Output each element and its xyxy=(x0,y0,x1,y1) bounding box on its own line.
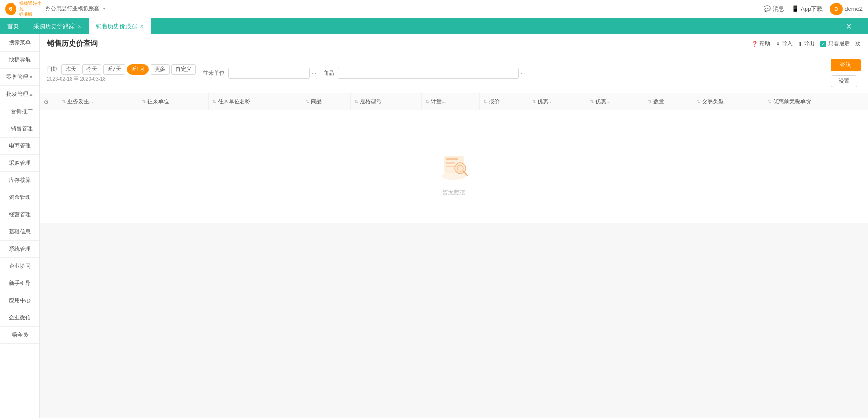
sort-icon-qty: ⇅ xyxy=(648,99,651,104)
table-header: ⚙ ⇅ 业务发生... ⇅ 往来单位 xyxy=(40,93,868,110)
message-action[interactable]: 💬 消息 xyxy=(764,5,784,13)
sort-icon-spec: ⇅ xyxy=(354,99,358,104)
sidebar-item-basic-info[interactable]: 基础信息 xyxy=(0,223,39,241)
header-left: 6 畅捷通好生意 标准版 办公用品行业模拟账套 ▾ xyxy=(5,1,105,17)
tab-maximize-btn[interactable]: ⛶ xyxy=(855,22,863,30)
sidebar-item-search-menu[interactable]: 搜索菜单 xyxy=(0,34,39,52)
goods-input[interactable] xyxy=(338,68,519,79)
th-biz-date[interactable]: ⇅ 业务发生... xyxy=(58,93,138,110)
content-area: 销售历史价查询 ❓ 帮助 ⬇ 导入 ⬆ 导出 ✓ 只看最后一次 xyxy=(40,34,868,418)
app-icon: 📱 xyxy=(792,5,799,12)
top-header: 6 畅捷通好生意 标准版 办公用品行业模拟账套 ▾ 💬 消息 📱 App下载 D… xyxy=(0,0,868,18)
sidebar-item-enterprise-wechat[interactable]: 企业微信 xyxy=(0,309,39,327)
sidebar-item-purchase-mgmt[interactable]: 采购管理 xyxy=(0,155,39,172)
date-btn-yesterday[interactable]: 昨天 xyxy=(61,64,80,75)
only-last-checkbox-label[interactable]: ✓ 只看最后一次 xyxy=(820,40,861,48)
sort-icon-trade-type: ⇅ xyxy=(697,99,700,104)
data-table: ⚙ ⇅ 业务发生... ⇅ 往来单位 xyxy=(40,93,868,110)
th-pre-tax-price[interactable]: ⇅ 优惠前无税单价 xyxy=(764,93,868,110)
th-discount2[interactable]: ⇅ 优惠... xyxy=(586,93,644,110)
sidebar-item-member[interactable]: 畅会员 xyxy=(0,327,39,344)
sidebar-item-finance-mgmt[interactable]: 资金管理 xyxy=(0,189,39,206)
logo-text: 畅捷通好生意 标准版 xyxy=(19,1,42,17)
gear-icon[interactable]: ⚙ xyxy=(43,98,49,105)
logo-area: 6 畅捷通好生意 标准版 xyxy=(5,1,42,17)
import-icon: ⬇ xyxy=(776,41,780,47)
retail-mgmt-arrow: ▼ xyxy=(29,75,33,80)
tab-purchase[interactable]: 采购历史价跟踪 ✕ xyxy=(26,18,89,34)
sidebar-item-enterprise-coop[interactable]: 企业协同 xyxy=(0,258,39,275)
tab-close-all-btn[interactable]: ✕ xyxy=(846,22,852,31)
partner-dots-btn[interactable]: ··· xyxy=(311,70,316,76)
th-goods[interactable]: ⇅ 商品 xyxy=(302,93,350,110)
sidebar-item-quick-nav[interactable]: 快捷导航 xyxy=(0,52,39,69)
sidebar-item-inventory[interactable]: 库存核算 xyxy=(0,172,39,189)
sidebar-item-sales-mgmt[interactable]: 销售管理 xyxy=(0,120,39,138)
goods-input-group: ··· xyxy=(338,68,525,79)
th-trade-type[interactable]: ⇅ 交易类型 xyxy=(693,93,764,110)
page-title-actions: ❓ 帮助 ⬇ 导入 ⬆ 导出 ✓ 只看最后一次 xyxy=(751,40,861,48)
query-button[interactable]: 查询 xyxy=(831,59,861,71)
app-download-action[interactable]: 📱 App下载 xyxy=(792,5,823,13)
only-last-checkbox[interactable]: ✓ xyxy=(820,41,826,47)
partner-input-group: ··· xyxy=(228,68,316,79)
import-action[interactable]: ⬇ 导入 xyxy=(776,40,793,48)
date-btn-7days[interactable]: 近7天 xyxy=(103,64,125,75)
sidebar-item-ecommerce-mgmt[interactable]: 电商管理 xyxy=(0,138,39,155)
empty-state: 暂无数据 xyxy=(40,110,868,223)
breadcrumb: 办公用品行业模拟账套 xyxy=(45,5,99,13)
tab-sales[interactable]: 销售历史价跟踪 ✕ xyxy=(89,18,151,34)
date-btn-1month[interactable]: 近1月 xyxy=(127,64,149,75)
goods-dots-btn[interactable]: ··· xyxy=(520,70,525,76)
filter-actions: 查询 设置 xyxy=(831,59,861,87)
sort-icon-partner-code: ⇅ xyxy=(142,99,146,104)
date-label: 日期 xyxy=(47,66,58,73)
date-buttons: 昨天 今天 近7天 近1月 更多 自定义 xyxy=(61,64,196,75)
empty-text: 暂无数据 xyxy=(442,188,466,196)
settings-button[interactable]: 设置 xyxy=(831,75,857,87)
sort-icon-discount1: ⇅ xyxy=(532,99,536,104)
sidebar-item-operation-mgmt[interactable]: 经营管理 xyxy=(0,206,39,223)
breadcrumb-dropdown-icon[interactable]: ▾ xyxy=(103,6,105,11)
page-title-bar: 销售历史价查询 ❓ 帮助 ⬇ 导入 ⬆ 导出 ✓ 只看最后一次 xyxy=(40,34,868,53)
date-btn-today[interactable]: 今天 xyxy=(82,64,101,75)
export-action[interactable]: ⬆ 导出 xyxy=(798,40,815,48)
page-title: 销售历史价查询 xyxy=(47,39,98,48)
table-header-row: ⚙ ⇅ 业务发生... ⇅ 往来单位 xyxy=(40,93,868,110)
user-profile-action[interactable]: D demo2 xyxy=(830,3,863,15)
logo-icon: 6 xyxy=(5,3,16,15)
th-discount1[interactable]: ⇅ 优惠... xyxy=(528,93,586,110)
partner-input[interactable] xyxy=(228,68,310,79)
tab-purchase-close[interactable]: ✕ xyxy=(77,24,81,29)
th-partner-name[interactable]: ⇅ 往来单位名称 xyxy=(209,93,302,110)
date-btn-more[interactable]: 更多 xyxy=(151,64,170,75)
sidebar-item-marketing[interactable]: 营销推广 xyxy=(0,103,39,120)
goods-filter-group: 商品 ··· xyxy=(323,68,525,79)
th-qty[interactable]: ⇅ 数量 xyxy=(644,93,693,110)
partner-filter-group: 往来单位 ··· xyxy=(203,68,316,79)
table-container: ⚙ ⇅ 业务发生... ⇅ 往来单位 xyxy=(40,93,868,223)
sort-icon-goods: ⇅ xyxy=(306,99,309,104)
message-icon: 💬 xyxy=(764,5,771,12)
avatar: D xyxy=(830,3,843,15)
sidebar-item-wholesale-mgmt[interactable]: 批发管理 ▲ xyxy=(0,86,39,103)
sort-icon-quote: ⇅ xyxy=(483,99,487,104)
sidebar-item-new-guide[interactable]: 新手引导 xyxy=(0,275,39,292)
sidebar-item-system-mgmt[interactable]: 系统管理 xyxy=(0,241,39,258)
help-action[interactable]: ❓ 帮助 xyxy=(751,40,770,48)
th-spec[interactable]: ⇅ 规格型号 xyxy=(350,93,421,110)
goods-label: 商品 xyxy=(323,69,334,77)
sidebar-item-app-center[interactable]: 应用中心 xyxy=(0,292,39,309)
th-unit[interactable]: ⇅ 计量... xyxy=(421,93,479,110)
th-quote[interactable]: ⇅ 报价 xyxy=(479,93,528,110)
date-btn-custom[interactable]: 自定义 xyxy=(171,64,196,75)
main-layout: 搜索菜单 快捷导航 零售管理 ▼ 批发管理 ▲ 营销推广 销售管理 电商管理 采… xyxy=(0,34,868,418)
sidebar-item-retail-mgmt[interactable]: 零售管理 ▼ xyxy=(0,69,39,86)
sort-icon-biz-date: ⇅ xyxy=(62,99,66,104)
export-icon: ⬆ xyxy=(798,41,802,47)
tab-sales-close[interactable]: ✕ xyxy=(140,24,144,29)
sort-icon-partner-name: ⇅ xyxy=(212,99,216,104)
th-partner-code[interactable]: ⇅ 往来单位 xyxy=(138,93,209,110)
tab-home[interactable]: 首页 xyxy=(0,18,26,34)
th-gear[interactable]: ⚙ xyxy=(40,93,58,110)
